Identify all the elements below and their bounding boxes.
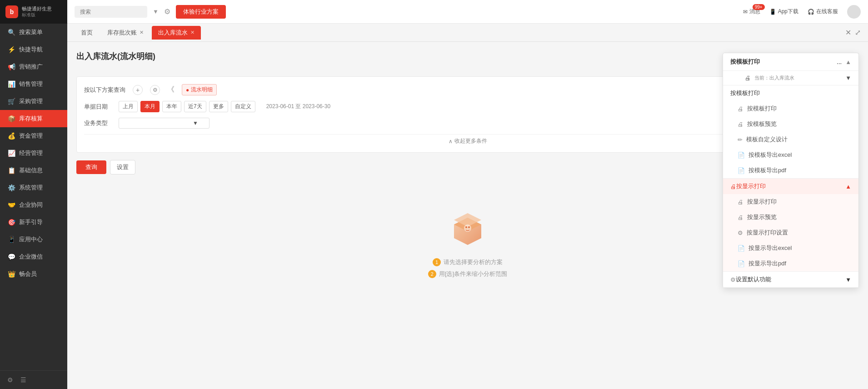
tab-inout-flow[interactable]: 出入库流水 ✕ [152, 26, 201, 40]
sidebar-label-inventory: 库存核算 [19, 115, 43, 123]
dropdown-display-settings[interactable]: ⚙ 按显示打印设置 [723, 225, 858, 240]
filter-collapse-btn[interactable]: 《 [167, 85, 175, 95]
topbar-gear-icon[interactable]: ⚙ [164, 7, 170, 16]
dropdown-display-preview[interactable]: 🖨 按显示预览 [723, 209, 858, 225]
sidebar-label-quick-nav: 快捷导航 [19, 45, 43, 54]
sidebar-item-cooperation[interactable]: 🤝 企业协同 [0, 196, 67, 214]
empty-hint-2: 2 用[选]条件来缩小分析范围 [428, 270, 507, 278]
template-section-header[interactable]: 按模板打印 [723, 85, 858, 101]
default-section-label: 设置默认功能 [736, 275, 771, 284]
message-btn[interactable]: ✉ 消息 99+ [743, 8, 760, 15]
search-input[interactable] [75, 6, 147, 18]
date-filter-label: 单据日期 [84, 103, 111, 111]
dropdown-template-pdf[interactable]: 📄 按模板导出pdf [723, 163, 858, 178]
filter-tag-icon: ● [186, 87, 189, 93]
dropdown-template-excel[interactable]: 📄 按模板导出excel [723, 147, 858, 163]
date-btn-this-year[interactable]: 本年 [162, 101, 181, 112]
sidebar-item-inventory[interactable]: 📦 库存核算 [0, 110, 67, 127]
sidebar-icon-enterprise-wx: 💬 [7, 253, 15, 260]
sidebar-item-search[interactable]: 🔍 搜索菜单 [0, 24, 67, 41]
tab-batch-account[interactable]: 库存批次账 ✕ [101, 26, 150, 40]
display-pdf-icon: 📄 [738, 260, 745, 267]
dropdown-template-print[interactable]: 🖨 按模板打印 [723, 101, 858, 116]
date-btn-7-days[interactable]: 近7天 [184, 101, 206, 112]
trial-button[interactable]: 体验行业方案 [176, 5, 226, 19]
close-window-btn[interactable]: ✕ [845, 28, 851, 37]
dropdown-current-item[interactable]: 🖨 当前：出入库流水 ▼ [723, 71, 858, 85]
tab-label-inout-flow: 出入库流水 [158, 29, 188, 37]
default-section-header[interactable]: ⚙ 设置默认功能 ▼ [723, 272, 858, 287]
display-section-icon: 🖨 [730, 183, 736, 190]
filter-tag[interactable]: ● 流水明细 [182, 84, 217, 95]
sidebar-label-system: 系统管理 [19, 184, 43, 192]
sidebar-item-app-center[interactable]: 📱 应用中心 [0, 231, 67, 248]
logo-icon: b [5, 5, 18, 18]
dropdown-default-section: ⚙ 设置默认功能 ▼ [723, 272, 858, 288]
sidebar-menu-btn[interactable]: ☰ [20, 376, 26, 384]
sidebar-icon-finance: 💰 [7, 132, 15, 140]
dropdown-chevron-up-icon[interactable]: ▲ [845, 59, 851, 65]
tab-home[interactable]: 首页 [75, 26, 99, 40]
dropdown-display-print[interactable]: 🖨 按显示打印 [723, 194, 858, 209]
maximize-window-btn[interactable]: ⤢ [855, 28, 861, 37]
online-service-btn[interactable]: 🎧 在线客服 [808, 8, 838, 15]
sidebar-item-system[interactable]: ⚙️ 系统管理 [0, 179, 67, 196]
window-controls: ✕ ⤢ [845, 28, 861, 37]
business-type-chevron-icon: ▼ [193, 120, 198, 126]
dropdown-template-preview[interactable]: 🖨 按模板预览 [723, 116, 858, 132]
main-content: ▼ ⚙ 体验行业方案 ✉ 消息 99+ 📱 App下载 🎧 在线客服 首页库存批… [67, 0, 868, 389]
dropdown-template-custom[interactable]: ✏ 模板自定义设计 [723, 132, 858, 147]
display-section-header[interactable]: 🖨 按显示打印 ▲ [723, 179, 858, 194]
sidebar-item-marketing[interactable]: 📢 营销推广 [0, 58, 67, 75]
template-excel-icon: 📄 [738, 152, 745, 159]
business-type-select[interactable]: ▼ [119, 118, 210, 129]
query-btn[interactable]: 查询 [76, 160, 106, 174]
tab-close-inout-flow[interactable]: ✕ [190, 30, 195, 35]
tab-close-icon-inout-flow: ✕ [190, 30, 195, 35]
tab-close-batch-account[interactable]: ✕ [140, 30, 144, 35]
message-badge: 99+ [753, 4, 765, 10]
empty-illustration [445, 202, 490, 247]
logo-text: 畅捷通好生意 标准版 [22, 5, 52, 18]
sidebar-label-enterprise-wx: 企业微信 [19, 253, 43, 261]
sidebar-item-purchase[interactable]: 🛒 采购管理 [0, 93, 67, 110]
user-avatar[interactable] [847, 5, 861, 19]
app-download-btn[interactable]: 📱 App下载 [769, 8, 798, 15]
dropdown-display-excel[interactable]: 📄 按显示导出excel [723, 240, 858, 256]
sidebar-icon-sales: 📊 [7, 80, 15, 88]
dropdown-header: 按模板打印 ... ▲ [723, 53, 858, 71]
date-btn-this-month[interactable]: 本月 [140, 101, 160, 112]
sidebar-item-vip[interactable]: 👑 畅会员 [0, 265, 67, 283]
sidebar-item-enterprise-wx[interactable]: 💬 企业微信 [0, 248, 67, 265]
sidebar-item-quick-nav[interactable]: ⚡ 快捷导航 [0, 41, 67, 58]
sidebar-item-sales[interactable]: 📊 销售管理 [0, 75, 67, 93]
collapse-icon: ∧ [449, 138, 453, 145]
filter-tag-label: 流水明细 [191, 86, 213, 94]
sidebar: b 畅捷通好生意 标准版 🔍 搜索菜单 ⚡ 快捷导航 📢 营销推广 📊 销售管理… [0, 0, 67, 389]
sidebar-settings-btn[interactable]: ⚙ [7, 376, 13, 384]
sidebar-item-guide[interactable]: 🎯 新手引导 [0, 214, 67, 231]
settings-btn[interactable]: 设置 [110, 160, 135, 175]
template-custom-icon: ✏ [738, 136, 743, 143]
display-excel-icon: 📄 [738, 245, 745, 252]
sidebar-icon-cooperation: 🤝 [7, 201, 15, 209]
date-btn-more[interactable]: 更多 [209, 101, 228, 112]
sidebar-label-marketing: 营销推广 [19, 63, 43, 71]
print-dropdown: 按模板打印 ... ▲ 🖨 当前：出入库流水 ▼ [723, 53, 859, 288]
filter-add-btn[interactable]: + [133, 85, 143, 95]
sidebar-item-finance[interactable]: 💰 资金管理 [0, 127, 67, 145]
date-range-display: 2023-06-01 至 2023-06-30 [266, 103, 330, 110]
tab-label-home: 首页 [81, 29, 93, 37]
search-chevron-icon[interactable]: ▼ [153, 8, 159, 15]
dropdown-more-icon[interactable]: ... [837, 59, 842, 65]
dropdown-template-section: 按模板打印 🖨 按模板打印 🖨 按模板预览 ✏ 模板自定义设计 [723, 85, 858, 179]
date-btn-custom[interactable]: 自定义 [231, 101, 255, 112]
date-btn-last-month[interactable]: 上月 [119, 101, 138, 112]
empty-hint-2-text: 用[选]条件来缩小分析范围 [439, 270, 507, 278]
filter-gear-btn[interactable]: ⚙ [150, 85, 160, 95]
template-section-label: 按模板打印 [730, 89, 760, 97]
empty-hint-1-text: 请先选择要分析的方案 [444, 258, 503, 266]
dropdown-display-pdf[interactable]: 📄 按显示导出pdf [723, 256, 858, 271]
sidebar-item-basic[interactable]: 📋 基础信息 [0, 162, 67, 179]
sidebar-item-operations[interactable]: 📈 经营管理 [0, 145, 67, 162]
